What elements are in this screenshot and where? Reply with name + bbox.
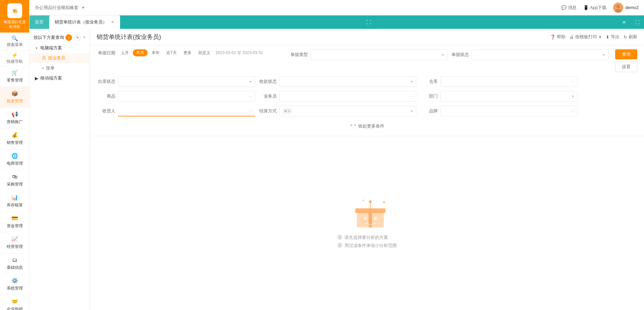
topbar-right: 💬 消息 📱 App下载 demo2	[561, 3, 639, 13]
warehouse-select[interactable]: ···	[440, 76, 578, 87]
sidebar-quick-nav[interactable]: ⚡ 快捷导航	[0, 51, 29, 66]
tab-sales-stat[interactable]: 销货单统计表（按业务员） ✕	[49, 15, 120, 29]
sidebar-item-system[interactable]: ⚙️ 系统管理	[0, 274, 29, 295]
out-status-select[interactable]: ▼	[118, 76, 255, 87]
wholesale-icon: 📦	[11, 90, 18, 97]
help-icon: ❓	[550, 35, 555, 40]
sidebar-item-retail[interactable]: 🛒 零售管理	[0, 66, 29, 87]
edit-scheme-btn[interactable]: ✎	[74, 34, 81, 41]
action-buttons: 查询 设置	[615, 49, 637, 72]
sidebar-item-marketing[interactable]: 📢 营销推广	[0, 108, 29, 128]
staff-dots[interactable]: ···	[410, 94, 413, 99]
topbar-message-btn[interactable]: 💬 消息	[561, 5, 577, 11]
goods-select[interactable]: ···	[118, 91, 255, 102]
print-btn[interactable]: 🖨 按模板打印 ▼	[570, 34, 602, 40]
tab-home[interactable]: 首页	[30, 15, 49, 29]
finance-icon: 💳	[11, 215, 18, 222]
inventory-icon: 📊	[11, 194, 18, 201]
sidebar-item-purchase[interactable]: 🛍 采购管理	[0, 170, 29, 191]
collect-status-select[interactable]: ▼	[279, 76, 417, 87]
goods-dots[interactable]: ···	[249, 94, 252, 99]
phone-icon: 📱	[583, 5, 589, 10]
warehouse-dots[interactable]: ···	[571, 79, 575, 84]
sidebar-item-finance[interactable]: 💳 资金管理	[0, 212, 29, 232]
sales-stat-tab-label: 销货单统计表（按业务员）	[55, 19, 107, 25]
sidebar-item-ecom[interactable]: 🌐 电商管理	[0, 149, 29, 170]
sidebar-item-wholesale[interactable]: 📦 批发管理	[0, 87, 29, 108]
doc-status-select[interactable]: ▼	[472, 49, 608, 60]
topbar-dropdown-icon[interactable]: ▼	[81, 5, 85, 10]
topbar-user[interactable]: demo2	[613, 3, 639, 13]
tree-by-staff-item[interactable]: 员 按业务员	[30, 53, 90, 63]
left-panel: 按以下方案查询 + ✎ « ▼ 电脑端方案 员 按业务员 ≡ 按单 ▶	[30, 29, 90, 310]
tab-close-window-btn[interactable]: ✕	[617, 15, 631, 29]
export-btn[interactable]: ⬇ 导出	[606, 34, 620, 40]
dept-label: 部门	[419, 93, 438, 99]
sidebar-item-inventory[interactable]: 📊 库存核算	[0, 191, 29, 212]
svg-point-11	[374, 217, 377, 220]
collect-status-chevron: ▼	[410, 80, 413, 84]
date-this-month-btn[interactable]: 本月	[133, 49, 148, 56]
tree-mobile-section[interactable]: ▶ 移动端方案	[30, 73, 90, 83]
settle-tag-remove-btn[interactable]: ×	[288, 109, 290, 113]
home-tab-label: 首页	[35, 19, 44, 25]
svg-point-13	[369, 200, 372, 203]
tree-by-order-item[interactable]: ≡ 按单	[30, 63, 90, 73]
collapse-filters-btn[interactable]: ⌃⌃ 收起更多条件	[350, 123, 384, 129]
sidebar-item-base[interactable]: 🗂 基础信息	[0, 253, 29, 274]
collapse-panel-btn[interactable]: «	[83, 34, 86, 41]
print-dropdown-icon: ▼	[598, 35, 602, 39]
corp-icon: 🤝	[11, 298, 18, 305]
tree-expand-icon: ▼	[35, 46, 38, 50]
date-range-text: 2023-03-01 至 2023-03-31	[216, 50, 263, 56]
svg-text:✦: ✦	[382, 200, 386, 205]
receiver-input[interactable]: ···	[118, 106, 255, 116]
tabbar: 首页 销货单统计表（按业务员） ✕ ⛶ ✕ ⛶	[30, 15, 644, 29]
hint-num-1: 1	[337, 235, 342, 240]
settle-select[interactable]: × × ▼	[279, 106, 417, 116]
main-area: 办公用品行业模拟账套 ▼ 💬 消息 📱 App下载 demo2 首页	[30, 0, 644, 310]
search-icon: 🔍	[11, 35, 18, 42]
page-title-row: 销货单统计表(按业务员) ❓ 帮助 🖨 按模板打印 ▼	[97, 33, 637, 41]
page-actions: ❓ 帮助 🖨 按模板打印 ▼ ⬇ 导出	[550, 34, 637, 40]
date-custom-btn[interactable]: 自定义	[196, 49, 213, 56]
dept-select[interactable]: ▼	[440, 91, 578, 102]
filter-area: 单据日期 上月 本月 本年 近7天 更多 自定义 2023-03-01 至 20…	[90, 45, 644, 136]
query-btn[interactable]: 查询	[615, 49, 637, 59]
collect-status-label: 收款状态	[258, 79, 277, 85]
svg-text:✦: ✦	[362, 199, 365, 202]
brand-dots[interactable]: ···	[571, 109, 575, 113]
sidebar-item-corp[interactable]: 🤝 企业协同	[0, 295, 29, 310]
out-status-chevron: ▼	[249, 80, 252, 84]
sidebar-item-ops[interactable]: 📈 经营管理	[0, 232, 29, 253]
staff-select[interactable]: ···	[279, 91, 417, 102]
help-btn[interactable]: ❓ 帮助	[550, 34, 566, 40]
refresh-btn[interactable]: ↻ 刷新	[624, 34, 637, 40]
date-more-btn[interactable]: 更多	[181, 49, 194, 56]
tab-maximize-btn[interactable]: ⛶	[631, 15, 644, 29]
topbar-app-download-btn[interactable]: 📱 App下载	[583, 5, 606, 11]
brand-select[interactable]: ···	[440, 106, 578, 116]
settings-btn[interactable]: 设置	[615, 61, 637, 72]
tree-by-order-label: 按单	[46, 65, 55, 71]
left-panel-title: 按以下方案查询	[34, 35, 64, 41]
date-7days-btn[interactable]: 近7天	[164, 49, 179, 56]
add-scheme-btn[interactable]: +	[65, 34, 72, 41]
sidebar-logo[interactable]: 畅 畅捷通好生意标准版	[0, 0, 29, 33]
staff-label: 业务员	[258, 93, 277, 99]
sidebar-search-item[interactable]: 🔍 搜索菜单	[0, 33, 29, 51]
tree-mobile-expand-icon: ▶	[35, 76, 38, 81]
compass-icon: ⚡	[11, 52, 18, 59]
date-last-month-btn[interactable]: 上月	[118, 49, 131, 56]
doc-type-select[interactable]: ▼	[311, 49, 447, 60]
ops-icon: 📈	[11, 236, 18, 243]
sidebar-item-sales[interactable]: 💰 销售管理	[0, 128, 29, 149]
settle-chevron: ▼	[410, 109, 413, 113]
receiver-dots[interactable]: ···	[249, 108, 253, 113]
tab-expand-btn[interactable]: ⛶	[362, 15, 375, 29]
doc-status-label: 单据状态	[450, 52, 469, 58]
tab-close-btn[interactable]: ✕	[111, 20, 114, 24]
date-this-year-btn[interactable]: 本年	[149, 49, 162, 56]
doc-type-label: 单据类型	[289, 52, 308, 58]
system-icon: ⚙️	[11, 277, 18, 284]
